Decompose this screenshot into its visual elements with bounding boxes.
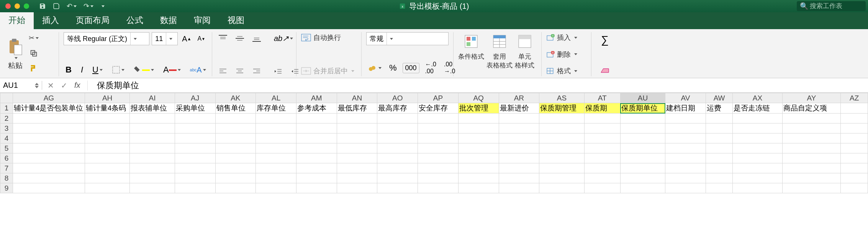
border-button[interactable] bbox=[110, 64, 126, 76]
cell[interactable] bbox=[620, 114, 665, 123]
cell[interactable] bbox=[130, 173, 175, 183]
cell[interactable] bbox=[215, 123, 256, 133]
cell[interactable] bbox=[85, 173, 129, 183]
cell[interactable] bbox=[175, 153, 215, 163]
clear-button[interactable] bbox=[596, 65, 614, 76]
cell[interactable] bbox=[296, 183, 337, 193]
cell[interactable] bbox=[337, 173, 377, 183]
paste-dropdown[interactable] bbox=[15, 57, 18, 59]
comma-button[interactable]: 000 bbox=[403, 63, 419, 73]
cell[interactable] bbox=[539, 173, 584, 183]
cell[interactable] bbox=[620, 153, 665, 163]
cell[interactable] bbox=[175, 123, 215, 133]
cell[interactable] bbox=[620, 123, 665, 133]
cell[interactable] bbox=[296, 163, 337, 173]
cell[interactable] bbox=[377, 153, 418, 163]
cell[interactable] bbox=[377, 133, 418, 143]
cell[interactable] bbox=[175, 173, 215, 183]
orientation-button[interactable]: ab↗ bbox=[272, 32, 295, 44]
insert-cells-button[interactable]: + 插入 bbox=[546, 32, 586, 43]
phonetic-button[interactable]: abcA bbox=[188, 64, 208, 76]
column-header[interactable]: AQ bbox=[458, 93, 499, 103]
cell[interactable] bbox=[499, 183, 539, 193]
cell[interactable] bbox=[733, 183, 782, 193]
cell[interactable] bbox=[337, 123, 377, 133]
cell[interactable]: 建档日期 bbox=[665, 103, 706, 114]
autosum-button[interactable]: ∑ bbox=[596, 32, 614, 48]
cell[interactable]: 安全库存 bbox=[418, 103, 459, 114]
fx-icon[interactable]: fx bbox=[74, 81, 80, 90]
cell[interactable]: 库存单位 bbox=[256, 103, 296, 114]
column-header[interactable]: AU bbox=[620, 93, 665, 103]
delete-cells-button[interactable]: × 删除 bbox=[546, 49, 586, 60]
cell[interactable] bbox=[296, 173, 337, 183]
format-painter-button[interactable] bbox=[27, 63, 41, 74]
decrease-indent-button[interactable] bbox=[272, 66, 284, 76]
cell[interactable] bbox=[499, 123, 539, 133]
bold-button[interactable]: B bbox=[64, 63, 74, 76]
name-box[interactable]: AU1 bbox=[0, 81, 42, 90]
cell[interactable] bbox=[418, 114, 459, 123]
cell[interactable]: 辅计量4是否包装单位 bbox=[13, 103, 85, 114]
column-header[interactable]: AZ bbox=[841, 93, 868, 103]
cell[interactable] bbox=[841, 114, 868, 123]
fill-color-button[interactable] bbox=[132, 64, 156, 76]
cell[interactable] bbox=[733, 123, 782, 133]
cell[interactable] bbox=[215, 163, 256, 173]
cell[interactable] bbox=[175, 114, 215, 123]
tab-review[interactable]: 审阅 bbox=[185, 11, 219, 29]
cell[interactable] bbox=[539, 114, 584, 123]
cell[interactable] bbox=[85, 133, 129, 143]
cell[interactable] bbox=[377, 183, 418, 193]
cell[interactable]: 商品自定义项 bbox=[782, 103, 841, 114]
cell[interactable] bbox=[539, 143, 584, 153]
cell[interactable] bbox=[215, 133, 256, 143]
cell[interactable] bbox=[841, 163, 868, 173]
cell[interactable] bbox=[539, 183, 584, 193]
column-header[interactable]: AX bbox=[733, 93, 782, 103]
cell[interactable] bbox=[733, 163, 782, 173]
cell[interactable] bbox=[665, 114, 706, 123]
qat-customize-icon[interactable] bbox=[100, 5, 105, 7]
cell[interactable] bbox=[841, 183, 868, 193]
cell[interactable] bbox=[337, 133, 377, 143]
tab-formulas[interactable]: 公式 bbox=[118, 11, 152, 29]
cell[interactable] bbox=[706, 153, 732, 163]
cell[interactable] bbox=[584, 123, 620, 133]
cell[interactable] bbox=[130, 123, 175, 133]
cell[interactable] bbox=[499, 163, 539, 173]
cell[interactable] bbox=[620, 143, 665, 153]
sheet-search-input[interactable] bbox=[810, 2, 863, 10]
zoom-window-button[interactable] bbox=[24, 3, 29, 9]
cell[interactable]: 保质期单位 bbox=[620, 103, 665, 114]
align-center-button[interactable] bbox=[234, 66, 246, 76]
cell[interactable] bbox=[782, 183, 841, 193]
cell[interactable]: 报表辅单位 bbox=[130, 103, 175, 114]
increase-decimal-button[interactable]: ←.0.00 bbox=[423, 59, 438, 76]
column-header[interactable]: AR bbox=[499, 93, 539, 103]
cell[interactable] bbox=[13, 163, 85, 173]
cell[interactable] bbox=[130, 133, 175, 143]
align-top-button[interactable] bbox=[217, 33, 229, 44]
cell[interactable]: 最新进价 bbox=[499, 103, 539, 114]
italic-button[interactable]: I bbox=[79, 63, 85, 76]
cell[interactable] bbox=[539, 153, 584, 163]
cancel-formula-button[interactable]: ✕ bbox=[47, 81, 54, 90]
column-header[interactable]: AG bbox=[13, 93, 85, 103]
cell[interactable] bbox=[458, 133, 499, 143]
cell[interactable] bbox=[215, 114, 256, 123]
cell[interactable] bbox=[296, 133, 337, 143]
tab-insert[interactable]: 插入 bbox=[34, 11, 67, 29]
tab-home[interactable]: 开始 bbox=[0, 11, 34, 29]
number-format-combo[interactable]: 常规 bbox=[366, 32, 449, 45]
cell[interactable] bbox=[215, 153, 256, 163]
cell[interactable] bbox=[337, 153, 377, 163]
column-header[interactable]: AO bbox=[377, 93, 418, 103]
cell[interactable] bbox=[13, 143, 85, 153]
cell[interactable] bbox=[782, 143, 841, 153]
cell[interactable]: 参考成本 bbox=[296, 103, 337, 114]
cell[interactable] bbox=[13, 133, 85, 143]
cell[interactable] bbox=[418, 143, 459, 153]
cell[interactable] bbox=[418, 163, 459, 173]
cell[interactable]: 保质期 bbox=[584, 103, 620, 114]
